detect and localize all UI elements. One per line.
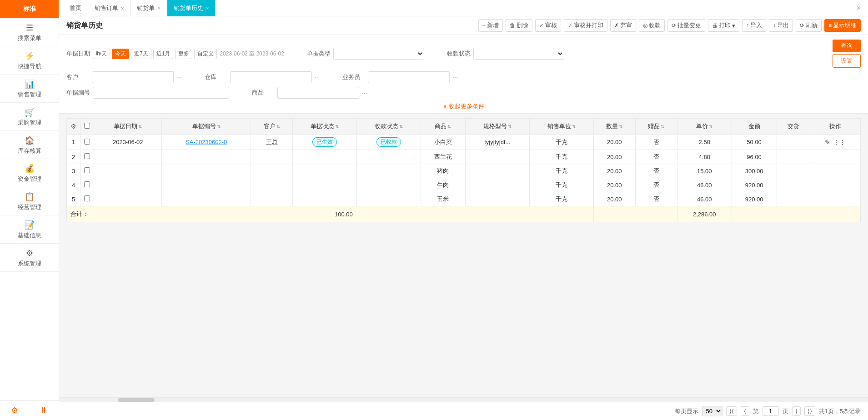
row-checkbox[interactable] <box>80 178 94 192</box>
sort-unit-price[interactable]: 单价 ⇅ <box>696 122 712 130</box>
sort-doc-status[interactable]: 单据状态 ⇅ <box>311 122 339 130</box>
doc-no-link[interactable]: SA-20230602-0 <box>186 139 227 145</box>
sort-customer[interactable]: 客户 ⇅ <box>264 122 280 130</box>
tab-home[interactable]: 首页 <box>63 0 88 16</box>
row-checkbox-input[interactable] <box>84 167 90 173</box>
select-all-checkbox[interactable] <box>84 123 90 129</box>
row-checkbox-input[interactable] <box>84 139 90 145</box>
row-checkbox-input[interactable] <box>84 153 90 159</box>
row-checkbox[interactable] <box>80 192 94 206</box>
tab-sales-history[interactable]: 销货单历史 × <box>167 0 216 16</box>
sidebar-bottom-btn-left[interactable]: ⚙ <box>11 405 18 415</box>
close-tab-sales-history[interactable]: × <box>206 5 209 11</box>
per-page-select[interactable]: 50 <box>702 406 722 416</box>
sidebar-item-system-mgmt[interactable]: ⚙ 系统管理 <box>0 244 59 272</box>
sidebar-item-inventory-calc[interactable]: 🏠 库存核算 <box>0 131 59 159</box>
close-tab-sales-goods[interactable]: × <box>157 5 160 11</box>
batch-change-button[interactable]: ⟳ 批量变更 <box>667 19 705 32</box>
date-btn-7days[interactable]: 近7天 <box>131 49 151 59</box>
print-button[interactable]: 🖨 打印 ▾ <box>708 19 739 32</box>
collapse-filter-button[interactable]: ∧ 收起更多条件 <box>66 102 861 110</box>
goods-input[interactable] <box>277 87 359 99</box>
sort-gift[interactable]: 赠品 ⇅ <box>648 122 664 130</box>
col-doc-no[interactable]: 单据编号 ⇅ <box>162 119 251 135</box>
tab-sales-goods[interactable]: 销货单 × <box>130 0 167 16</box>
audit-button[interactable]: ✓ 审核 <box>535 19 561 32</box>
sort-qty[interactable]: 数量 ⇅ <box>606 122 622 130</box>
sidebar-bottom-btn-right[interactable]: ⏸ <box>40 405 48 415</box>
date-btn-more[interactable]: 更多 <box>175 49 192 59</box>
salesperson-picker-icon[interactable]: ··· <box>452 74 458 81</box>
col-qty[interactable]: 数量 ⇅ <box>593 119 635 135</box>
page-number-input[interactable] <box>763 406 779 416</box>
query-button[interactable]: 查询 <box>833 40 861 52</box>
page-prev-button[interactable]: ⟨ <box>741 406 749 416</box>
tab-sales-order[interactable]: 销售订单 × <box>88 0 130 16</box>
export-button[interactable]: ↓ 导出 <box>769 19 793 32</box>
sidebar-item-search-menu[interactable]: ☰ 搜索菜单 <box>0 18 59 46</box>
customer-picker-icon[interactable]: ··· <box>176 74 182 81</box>
doc-no[interactable]: SA-20230602-0 <box>162 135 251 150</box>
sidebar-item-operation-mgmt[interactable]: 📋 经营管理 <box>0 187 59 215</box>
row-checkbox-input[interactable] <box>84 181 90 187</box>
col-goods[interactable]: 商品 ⇅ <box>421 119 466 135</box>
import-button[interactable]: ↑ 导入 <box>742 19 766 32</box>
sidebar-item-quick-nav[interactable]: ⚡ 快捷导航 <box>0 46 59 75</box>
date-btn-today[interactable]: 今天 <box>112 49 129 59</box>
page-first-button[interactable]: ⟨⟨ <box>726 406 737 416</box>
sidebar-item-finance-mgmt[interactable]: 💰 资金管理 <box>0 159 59 187</box>
edit-icon[interactable]: ✎ <box>825 139 830 146</box>
delete-button[interactable]: 🗑 删除 <box>506 19 532 32</box>
set-button[interactable]: 设置 <box>833 54 861 68</box>
col-payment-status[interactable]: 收款状态 ⇅ <box>357 119 421 135</box>
sidebar-item-sales-mgmt[interactable]: 📊 销售管理 <box>0 75 59 103</box>
tab-bar-close-all[interactable]: × <box>853 4 864 12</box>
sort-doc-date[interactable]: 单据日期 ⇅ <box>114 122 142 130</box>
date-btn-1month[interactable]: 近1月 <box>153 49 174 59</box>
customer-input[interactable] <box>92 71 174 83</box>
new-button[interactable]: + 新增 <box>478 19 503 32</box>
row-checkbox-input[interactable] <box>84 195 90 201</box>
warehouse-input[interactable] <box>230 71 312 83</box>
sort-unit[interactable]: 销售单位 ⇅ <box>547 122 576 130</box>
sort-goods[interactable]: 商品 ⇅ <box>435 122 451 130</box>
settings-icon[interactable]: ⚙ <box>70 123 76 130</box>
show-detail-button[interactable]: ≡ 显示明细 <box>824 19 861 32</box>
refresh-button[interactable]: ⟳ 刷新 <box>796 19 822 32</box>
row-checkbox[interactable] <box>80 135 94 150</box>
col-unit[interactable]: 销售单位 ⇅ <box>529 119 593 135</box>
payment-status-select[interactable] <box>473 48 564 60</box>
sort-spec[interactable]: 规格型号 ⇅ <box>483 122 512 130</box>
scrollbar-thumb[interactable] <box>118 398 155 402</box>
col-gift[interactable]: 赠品 ⇅ <box>635 119 677 135</box>
page-next-button[interactable]: ⟩ <box>792 406 801 416</box>
salesperson-input[interactable] <box>368 71 450 83</box>
discard-button[interactable]: ✗ 弃审 <box>610 19 636 32</box>
col-customer[interactable]: 客户 ⇅ <box>251 119 293 135</box>
page-last-button[interactable]: ⟩⟩ <box>804 406 815 416</box>
audit-print-button[interactable]: ✓ 审核并打印 <box>564 19 607 32</box>
col-spec[interactable]: 规格型号 ⇅ <box>465 119 529 135</box>
sidebar-item-purchase-mgmt[interactable]: 🛒 采购管理 <box>0 103 59 131</box>
date-btn-custom[interactable]: 自定义 <box>194 49 217 59</box>
col-settings[interactable]: ⚙ <box>67 119 80 135</box>
horizontal-scrollbar[interactable] <box>59 397 868 402</box>
close-tab-sales-order[interactable]: × <box>121 5 124 11</box>
sidebar-item-basic-info[interactable]: 📝 基础信息 <box>0 215 59 244</box>
collect-button[interactable]: ◎ 收款 <box>639 19 665 32</box>
row-checkbox[interactable] <box>80 164 94 178</box>
col-doc-date[interactable]: 单据日期 ⇅ <box>94 119 162 135</box>
doc-no-input[interactable] <box>93 87 229 99</box>
sort-payment-status[interactable]: 收款状态 ⇅ <box>375 122 403 130</box>
col-doc-status[interactable]: 单据状态 ⇅ <box>293 119 357 135</box>
goods-picker-icon[interactable]: ··· <box>362 89 367 96</box>
sort-doc-no[interactable]: 单据编号 ⇅ <box>192 122 221 130</box>
date-btn-yesterday[interactable]: 昨天 <box>93 49 110 59</box>
row-checkbox[interactable] <box>80 150 94 164</box>
warehouse-picker-icon[interactable]: ··· <box>315 74 320 81</box>
more-icon[interactable]: ⋮⋮ <box>833 139 846 146</box>
action[interactable]: ✎⋮⋮ <box>810 135 860 150</box>
doc-type-select[interactable] <box>333 48 424 60</box>
col-checkbox-all[interactable] <box>80 119 94 135</box>
col-unit-price[interactable]: 单价 ⇅ <box>677 119 732 135</box>
